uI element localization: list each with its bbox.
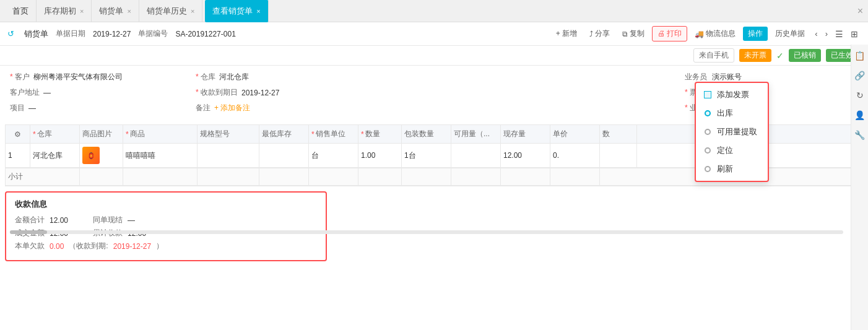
col-product: * 商品 xyxy=(123,125,197,143)
address-field: 客户地址 — xyxy=(10,87,183,98)
logistics-icon: 🚚 xyxy=(695,30,704,38)
sidebar-icon-1[interactable]: 📋 xyxy=(854,50,866,62)
staff-value: 演示账号 xyxy=(712,72,742,82)
share-button[interactable]: ⤴ 分享 xyxy=(584,27,615,41)
sidebar-icon-3[interactable]: ↻ xyxy=(854,89,866,102)
tab-view-close[interactable]: × xyxy=(256,7,260,15)
col-spec: 规格型号 xyxy=(197,125,259,143)
dropdown-refresh[interactable]: 刷新 xyxy=(696,160,768,178)
total-amount-value: 12.00 xyxy=(50,216,68,225)
customer-value: 柳州粤港平安气体有限公司 xyxy=(33,72,123,82)
cell-price: 0. xyxy=(550,144,600,167)
badge-void[interactable]: 已核销 xyxy=(789,49,821,62)
next-button[interactable]: › xyxy=(823,28,830,40)
customer-field: 客户 柳州粤港平安气体有限公司 xyxy=(10,72,183,82)
col-min-stock: 最低库存 xyxy=(259,125,309,143)
col-gear[interactable]: ⚙ xyxy=(6,125,30,143)
bottom-title: 收款信息 xyxy=(15,199,317,210)
tab-sales-close[interactable]: × xyxy=(127,7,131,15)
tab-view-sales[interactable]: 查看销货单 × xyxy=(205,0,268,22)
dropdown-available-qty[interactable]: 可用量提取 xyxy=(696,123,768,141)
right-sidebar: 📋 🔗 ↻ 👤 🔧 ⤢ xyxy=(851,45,868,330)
arrears-suffix: （收款到期: xyxy=(69,241,108,251)
col-extra: 数 xyxy=(600,125,637,143)
col-pack-qty: 包装数量 xyxy=(402,125,451,143)
cell-warehouse: 河北仓库 xyxy=(30,144,80,167)
same-order-settle-field: 同单现结 — xyxy=(93,215,135,225)
new-button[interactable]: + 新增 xyxy=(551,27,582,41)
share-icon: ⤴ xyxy=(589,30,593,38)
cell-current: 12.00 xyxy=(501,144,550,167)
tab-inventory-label: 库存期初 xyxy=(44,6,76,17)
tab-sales-order[interactable]: 销货单 × xyxy=(92,0,139,22)
cell-pack-qty: 1台 xyxy=(402,144,451,167)
col-img: 商品图片 xyxy=(80,125,123,143)
cell-qty: 1.00 xyxy=(358,144,402,167)
copy-button[interactable]: ⧉ 复制 xyxy=(617,27,649,41)
horizontal-scrollbar[interactable] xyxy=(10,230,843,234)
no-label: 单据编号 xyxy=(138,28,168,39)
tab-inventory-init[interactable]: 库存期初 × xyxy=(37,0,92,22)
view2-button[interactable]: ⊞ xyxy=(848,28,861,40)
print-button[interactable]: 🖨 打印 xyxy=(652,26,687,41)
sidebar-icon-2[interactable]: 🔗 xyxy=(854,69,866,82)
add-note-btn[interactable]: 添加备注 xyxy=(214,103,250,113)
doc-type: 销货单 xyxy=(24,28,48,40)
cell-img: 🏮 xyxy=(80,144,123,167)
status-bar: 来自手机 未开票 ✓ 已核销 已生效 xyxy=(0,46,868,66)
form-row-1: 客户 柳州粤港平安气体有限公司 仓库 河北仓库 业务员 演示账号 xyxy=(10,72,858,82)
staff-label: 业务员 xyxy=(685,72,707,82)
project-label: 项目 xyxy=(10,103,25,113)
date-value: 2019-12-27 xyxy=(93,30,131,38)
view1-button[interactable]: ☰ xyxy=(833,28,846,40)
tab-bar: 首页 库存期初 × 销货单 × 销货单历史 × 查看销货单 × × xyxy=(0,0,868,22)
no-value: SA-20191227-001 xyxy=(175,30,235,38)
dropdown-add-invoice[interactable]: 添加发票 xyxy=(696,85,768,104)
toolbar-actions: + 新增 ⤴ 分享 ⧉ 复制 🖨 打印 🚚 物流信息 操作 历史单据 ‹ › ☰… xyxy=(551,26,861,41)
prev-button[interactable]: ‹ xyxy=(812,28,820,40)
bottom-row-3: 本单欠款 0.00 （收款到期: 2019-12-27 ） xyxy=(15,241,317,251)
product-image: 🏮 xyxy=(82,147,100,164)
tab-inventory-close[interactable]: × xyxy=(80,7,84,15)
col-available: 可用量（... xyxy=(451,125,501,143)
bottom-info: 收款信息 金额合计 12.00 同单现结 — 成交金额 12.00 累计收款 1… xyxy=(5,191,327,261)
tab-home[interactable]: 首页 xyxy=(5,0,37,22)
arrears-date: 2019-12-27 xyxy=(113,242,151,251)
subtotal-label: 小计 xyxy=(6,168,80,185)
sidebar-icon-4[interactable]: 👤 xyxy=(854,109,866,121)
outbound-icon xyxy=(703,109,712,118)
history-button[interactable]: 历史单据 xyxy=(770,27,810,41)
dropdown-outbound[interactable]: 出库 xyxy=(696,104,768,123)
print-icon: 🖨 xyxy=(658,29,665,38)
scrollbar-thumb[interactable] xyxy=(10,230,47,234)
doc-info: ↺ 销货单 单据日期 2019-12-27 单据编号 SA-20191227-0… xyxy=(7,28,546,40)
dropdown-locate[interactable]: 定位 xyxy=(696,141,768,160)
outbound-label: 出库 xyxy=(717,108,733,119)
project-value: — xyxy=(28,104,36,113)
cell-min-stock xyxy=(259,144,309,167)
sidebar-icon-5[interactable]: 🔧 xyxy=(854,129,866,141)
copy-icon: ⧉ xyxy=(622,30,628,38)
same-order-value: — xyxy=(128,216,135,225)
tab-history-close[interactable]: × xyxy=(191,7,194,15)
tab-history-label: 销货单历史 xyxy=(147,6,187,17)
badge-open[interactable]: 未开票 xyxy=(739,49,771,62)
badge-phone[interactable]: 来自手机 xyxy=(693,48,734,63)
due-date-value: 2019-12-27 xyxy=(241,89,279,97)
col-warehouse: * 仓库 xyxy=(30,125,80,143)
tab-sales-history[interactable]: 销货单历史 × xyxy=(139,0,202,22)
tab-sales-label: 销货单 xyxy=(99,6,123,17)
operate-button[interactable]: 操作 xyxy=(743,27,768,41)
logistics-button[interactable]: 🚚 物流信息 xyxy=(690,27,740,41)
cell-extra xyxy=(600,144,637,167)
add-invoice-icon xyxy=(703,90,712,99)
page-close-icon[interactable]: × xyxy=(857,6,863,17)
refresh-label: 刷新 xyxy=(717,163,733,175)
due-date-field: 收款到期日 2019-12-27 xyxy=(196,87,369,98)
arrears-value: 0.00 xyxy=(50,242,64,251)
warehouse-label: 仓库 xyxy=(196,72,215,82)
doc-icon: ↺ xyxy=(7,29,14,38)
warehouse-field: 仓库 河北仓库 xyxy=(196,72,369,82)
same-order-label: 同单现结 xyxy=(93,215,123,225)
arrears-label: 本单欠款 xyxy=(15,241,45,251)
